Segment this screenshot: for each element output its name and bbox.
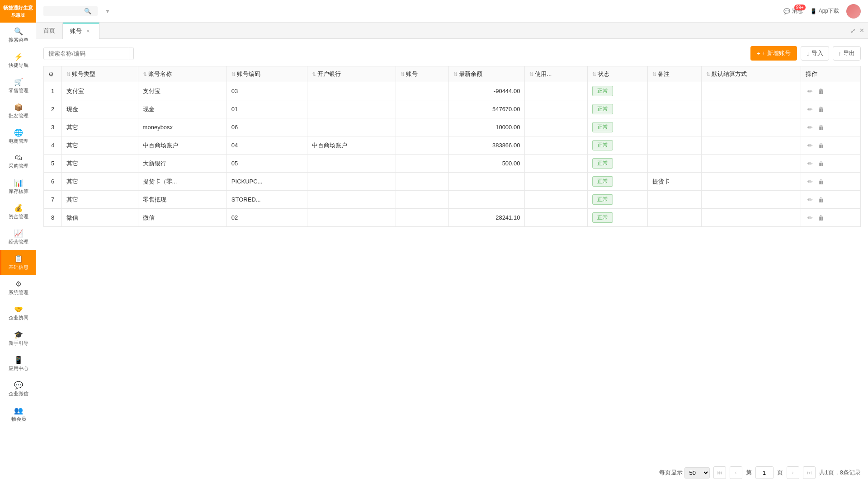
col-name[interactable]: 账号名称 [138, 66, 226, 82]
col-balance[interactable]: 最新余额 [448, 66, 525, 82]
sidebar-label-3: 批发管理 [9, 113, 28, 119]
import-button[interactable]: ↓ 导入 [801, 46, 829, 61]
col-settlement[interactable]: 默认结算方式 [701, 66, 801, 82]
cell-name-4: 大新银行 [138, 155, 226, 173]
cell-status-3: 正常 [587, 136, 647, 155]
edit-button-5[interactable]: ✏ [806, 177, 815, 186]
delete-button-1[interactable]: 🗑 [816, 105, 826, 114]
delete-button-5[interactable]: 🗑 [816, 177, 826, 186]
header-dropdown[interactable]: ▼ [101, 6, 114, 16]
sidebar-item-10[interactable]: ⚙系统管理 [0, 275, 36, 300]
cell-account-4 [396, 155, 448, 173]
edit-button-2[interactable]: ✏ [806, 123, 815, 132]
col-usage[interactable]: 使用... [525, 66, 588, 82]
header-search-input[interactable] [48, 8, 84, 14]
user-avatar[interactable] [846, 4, 861, 19]
sidebar-icon-3: 📦 [14, 103, 23, 112]
col-bank[interactable]: 开户银行 [307, 66, 396, 82]
tab-expand-button[interactable]: ⤢ [850, 27, 856, 34]
sidebar-item-13[interactable]: 📱应用中心 [0, 351, 36, 376]
messages-button[interactable]: 💬 消息 99+ [783, 7, 803, 15]
status-badge-4: 正常 [592, 158, 613, 169]
cell-action-7: ✏ 🗑 [801, 209, 860, 227]
cell-index-3: 4 [44, 136, 62, 155]
sidebar-item-3[interactable]: 📦批发管理 [0, 99, 36, 124]
add-account-button[interactable]: + + 新增账号 [750, 46, 797, 61]
sidebar-item-8[interactable]: 📈经营管理 [0, 225, 36, 250]
sidebar-item-4[interactable]: 🌐电商管理 [0, 124, 36, 149]
cell-code-0: 03 [226, 82, 307, 100]
cell-usage-0 [525, 82, 588, 100]
edit-button-4[interactable]: ✏ [806, 159, 815, 168]
sidebar-item-1[interactable]: ⚡快捷导航 [0, 48, 36, 73]
delete-button-2[interactable]: 🗑 [816, 123, 826, 132]
sidebar-item-5[interactable]: 🛍采购管理 [0, 149, 36, 174]
table-row: 2 现金 现金 01 547670.00 正常 ✏ 🗑 [44, 100, 861, 118]
status-badge-6: 正常 [592, 194, 613, 205]
search-button[interactable]: 🔍 [129, 47, 134, 60]
sidebar-item-2[interactable]: 🛒零售管理 [0, 73, 36, 99]
cell-type-4: 其它 [62, 155, 138, 173]
cell-code-5: PICKUPC... [226, 173, 307, 191]
next-page-button[interactable]: › [787, 466, 799, 479]
col-type[interactable]: 账号类型 [62, 66, 138, 82]
cell-usage-5 [525, 173, 588, 191]
cell-account-7 [396, 209, 448, 227]
header: 🔍 ▼ 💬 消息 99+ 📱 App下载 [36, 0, 868, 23]
search-input[interactable] [44, 47, 129, 60]
sidebar-item-9[interactable]: 📋基础信息 [0, 250, 36, 275]
edit-button-0[interactable]: ✏ [806, 87, 815, 96]
cell-code-6: STORED... [226, 191, 307, 209]
edit-button-6[interactable]: ✏ [806, 195, 815, 204]
search-box[interactable]: 🔍 [43, 47, 134, 60]
app-icon: 📱 [810, 8, 817, 14]
sidebar-item-12[interactable]: 🎓新手引导 [0, 326, 36, 351]
cell-settlement-2 [701, 118, 801, 136]
col-account[interactable]: 账号 [396, 66, 448, 82]
app-download-label: App下载 [819, 7, 839, 15]
import-icon: ↓ [807, 50, 810, 57]
messages-badge: 99+ [794, 5, 806, 10]
cell-name-0: 支付宝 [138, 82, 226, 100]
delete-button-3[interactable]: 🗑 [816, 141, 826, 150]
edit-button-7[interactable]: ✏ [806, 213, 815, 222]
cell-type-5: 其它 [62, 173, 138, 191]
sidebar-icon-10: ⚙ [15, 280, 22, 288]
tab-1[interactable]: 账号× [63, 23, 99, 39]
first-page-button[interactable]: ⏮ [713, 466, 726, 479]
export-button[interactable]: ↑ 导出 [833, 46, 861, 61]
sidebar-item-11[interactable]: 🤝企业协同 [0, 300, 36, 326]
edit-button-3[interactable]: ✏ [806, 141, 815, 150]
sidebar-item-0[interactable]: 🔍搜索菜单 [0, 23, 36, 48]
sidebar-item-14[interactable]: 💬企业微信 [0, 376, 36, 402]
app-download-button[interactable]: 📱 App下载 [810, 7, 839, 15]
col-remark[interactable]: 备注 [647, 66, 701, 82]
cell-balance-4: 500.00 [448, 155, 525, 173]
toolbar: 🔍 + + 新增账号 ↓ 导入 ↑ 导出 [43, 46, 861, 61]
delete-button-4[interactable]: 🗑 [816, 159, 826, 168]
sidebar-item-7[interactable]: 💰资金管理 [0, 199, 36, 225]
sidebar-item-15[interactable]: 👥畅会员 [0, 402, 36, 427]
cell-usage-3 [525, 136, 588, 155]
cell-status-4: 正常 [587, 155, 647, 173]
page-size-select[interactable]: 50 20 100 [684, 467, 710, 479]
prev-page-button[interactable]: ‹ [730, 466, 742, 479]
tab-close-all[interactable]: ✕ [859, 27, 864, 34]
tab-close-1[interactable]: × [85, 28, 92, 35]
col-code[interactable]: 账号编码 [226, 66, 307, 82]
delete-button-6[interactable]: 🗑 [816, 195, 826, 204]
export-label: 导出 [843, 49, 855, 57]
col-settings[interactable]: ⚙ [44, 66, 62, 82]
page-input[interactable] [755, 466, 774, 479]
delete-button-0[interactable]: 🗑 [816, 87, 826, 96]
page-size-selector: 每页显示 50 20 100 [659, 467, 710, 479]
last-page-button[interactable]: ⏭ [803, 466, 816, 479]
sidebar-item-6[interactable]: 📊库存核算 [0, 174, 36, 199]
col-status[interactable]: 状态 [587, 66, 647, 82]
edit-button-1[interactable]: ✏ [806, 105, 815, 114]
delete-button-7[interactable]: 🗑 [816, 213, 826, 222]
tab-0[interactable]: 首页 [36, 23, 63, 39]
cell-index-6: 7 [44, 191, 62, 209]
header-search-box[interactable]: 🔍 [43, 6, 98, 16]
cell-bank-0 [307, 82, 396, 100]
